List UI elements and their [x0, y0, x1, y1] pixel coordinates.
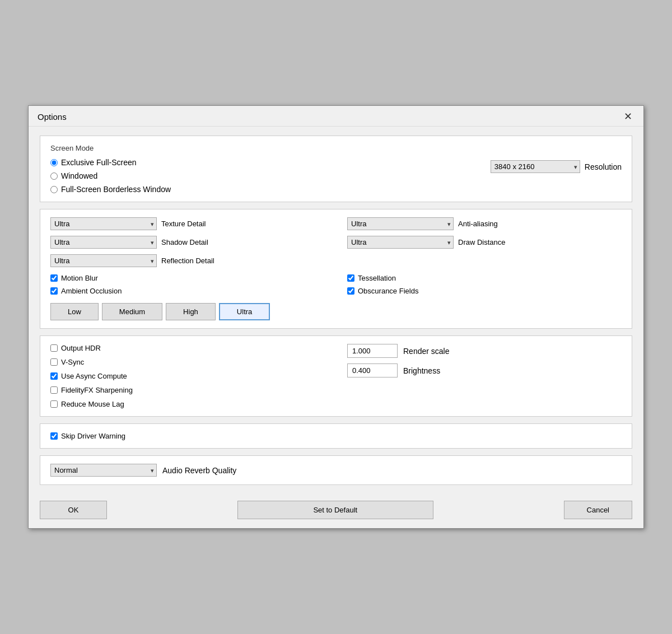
- shadow-detail-select[interactable]: UltraHighMediumLow: [50, 236, 157, 249]
- use-async-checkbox[interactable]: [50, 372, 58, 380]
- preset-buttons: Low Medium High Ultra: [50, 303, 622, 320]
- audio-label: Audio Reverb Quality: [162, 466, 236, 475]
- skip-driver-row[interactable]: Skip Driver Warning: [50, 432, 622, 440]
- advanced-right: 1.000 Render scale 0.400 Brightness: [347, 344, 622, 408]
- preset-medium-button[interactable]: Medium: [102, 303, 162, 320]
- tessellation-checkbox[interactable]: [347, 274, 354, 282]
- radio-exclusive[interactable]: Exclusive Full-Screen: [50, 158, 171, 167]
- motion-blur-label: Motion Blur: [61, 274, 98, 282]
- radio-windowed-input[interactable]: [50, 173, 58, 180]
- obscurance-fields-checkbox-row[interactable]: Obscurance Fields: [347, 287, 622, 295]
- motion-blur-checkbox[interactable]: [50, 274, 58, 282]
- radio-windowed[interactable]: Windowed: [50, 171, 171, 180]
- output-hdr-row[interactable]: Output HDR: [50, 344, 325, 352]
- draw-distance-select-wrap: UltraHighMediumLow: [347, 236, 454, 249]
- advanced-left: Output HDR V-Sync Use Async Compute Fide…: [50, 344, 325, 408]
- dialog-body: Screen Mode Exclusive Full-Screen Window…: [29, 127, 643, 494]
- resolution-select[interactable]: 3840 x 2160 2560 x 1440 1920 x 1080 1280…: [491, 160, 580, 173]
- output-hdr-checkbox[interactable]: [50, 344, 58, 352]
- resolution-label: Resolution: [585, 162, 622, 171]
- anti-aliasing-select-wrap: UltraHighMediumLow: [347, 217, 454, 230]
- brightness-row: 0.400 Brightness: [347, 363, 622, 377]
- use-async-label: Use Async Compute: [61, 372, 127, 380]
- draw-distance-row: UltraHighMediumLow Draw Distance: [347, 236, 622, 249]
- skip-driver-checkbox[interactable]: [50, 432, 58, 440]
- close-button[interactable]: ✕: [622, 111, 634, 122]
- reflection-detail-select-wrap: UltraHighMediumLow: [50, 254, 157, 267]
- audio-section: Low Normal High Ultra Audio Reverb Quali…: [40, 455, 632, 485]
- draw-distance-select[interactable]: UltraHighMediumLow: [347, 236, 454, 249]
- anti-aliasing-select[interactable]: UltraHighMediumLow: [347, 217, 454, 230]
- anti-aliasing-row: UltraHighMediumLow Anti-aliasing: [347, 217, 622, 230]
- fidelityfx-label: FidelityFX Sharpening: [61, 386, 133, 394]
- radio-borderless[interactable]: Full-Screen Borderless Window: [50, 185, 171, 194]
- ambient-occlusion-label: Ambient Occlusion: [61, 287, 122, 295]
- options-dialog: Options ✕ Screen Mode Exclusive Full-Scr…: [28, 105, 644, 529]
- radio-exclusive-input[interactable]: [50, 159, 58, 166]
- reflection-detail-select[interactable]: UltraHighMediumLow: [50, 254, 157, 267]
- audio-select[interactable]: Low Normal High Ultra: [50, 464, 157, 477]
- shadow-detail-label: Shadow Detail: [161, 238, 208, 246]
- ambient-occlusion-checkbox[interactable]: [50, 287, 58, 295]
- tessellation-checkbox-row[interactable]: Tessellation: [347, 274, 622, 282]
- audio-select-wrap: Low Normal High Ultra: [50, 464, 157, 477]
- reflection-detail-row: UltraHighMediumLow Reflection Detail: [50, 254, 325, 267]
- skip-driver-label: Skip Driver Warning: [61, 432, 125, 440]
- ok-button[interactable]: OK: [40, 501, 107, 519]
- brightness-input[interactable]: 0.400: [347, 363, 398, 377]
- reduce-mouse-label: Reduce Mouse Lag: [61, 400, 124, 408]
- radio-windowed-label: Windowed: [61, 171, 97, 180]
- vsync-checkbox[interactable]: [50, 358, 58, 366]
- use-async-row[interactable]: Use Async Compute: [50, 372, 325, 380]
- motion-blur-checkbox-row[interactable]: Motion Blur: [50, 274, 325, 282]
- preset-high-button[interactable]: High: [166, 303, 216, 320]
- screen-mode-section: Screen Mode Exclusive Full-Screen Window…: [40, 136, 632, 202]
- ambient-occlusion-checkbox-row[interactable]: Ambient Occlusion: [50, 287, 325, 295]
- radio-borderless-label: Full-Screen Borderless Window: [61, 185, 171, 194]
- screen-mode-radios: Exclusive Full-Screen Windowed Full-Scre…: [50, 158, 171, 194]
- fidelityfx-row[interactable]: FidelityFX Sharpening: [50, 386, 325, 394]
- render-scale-row: 1.000 Render scale: [347, 344, 622, 358]
- vsync-row[interactable]: V-Sync: [50, 358, 325, 366]
- dialog-title: Options: [38, 112, 67, 122]
- texture-detail-select[interactable]: UltraHighMediumLow: [50, 217, 157, 230]
- set-to-default-button[interactable]: Set to Default: [237, 501, 433, 519]
- radio-borderless-input[interactable]: [50, 186, 58, 193]
- skip-driver-section: Skip Driver Warning: [40, 423, 632, 449]
- texture-detail-label: Texture Detail: [161, 220, 206, 228]
- title-bar: Options ✕: [29, 106, 643, 127]
- resolution-block: 3840 x 2160 2560 x 1440 1920 x 1080 1280…: [491, 160, 622, 173]
- screen-mode-label: Screen Mode: [50, 144, 622, 152]
- footer-buttons: OK Set to Default Cancel: [29, 494, 643, 528]
- draw-distance-label: Draw Distance: [458, 238, 506, 246]
- texture-detail-select-wrap: UltraHighMediumLow: [50, 217, 157, 230]
- radio-exclusive-label: Exclusive Full-Screen: [61, 158, 137, 167]
- reduce-mouse-row[interactable]: Reduce Mouse Lag: [50, 400, 325, 408]
- graphics-checkboxes: Motion Blur Tessellation Ambient Occlusi…: [50, 274, 622, 295]
- shadow-detail-select-wrap: UltraHighMediumLow: [50, 236, 157, 249]
- preset-low-button[interactable]: Low: [50, 303, 99, 320]
- obscurance-fields-checkbox[interactable]: [347, 287, 354, 295]
- graphics-section: UltraHighMediumLow Texture Detail UltraH…: [40, 209, 632, 329]
- resolution-select-wrap: 3840 x 2160 2560 x 1440 1920 x 1080 1280…: [491, 160, 580, 173]
- vsync-label: V-Sync: [61, 358, 84, 366]
- render-scale-label: Render scale: [403, 347, 450, 356]
- reduce-mouse-checkbox[interactable]: [50, 400, 58, 408]
- reflection-detail-label: Reflection Detail: [161, 257, 214, 265]
- cancel-button[interactable]: Cancel: [564, 501, 632, 519]
- obscurance-fields-label: Obscurance Fields: [358, 287, 418, 295]
- screen-mode-top: Exclusive Full-Screen Windowed Full-Scre…: [50, 158, 622, 194]
- shadow-detail-row: UltraHighMediumLow Shadow Detail: [50, 236, 325, 249]
- fidelityfx-checkbox[interactable]: [50, 386, 58, 394]
- texture-detail-row: UltraHighMediumLow Texture Detail: [50, 217, 325, 230]
- advanced-section: Output HDR V-Sync Use Async Compute Fide…: [40, 335, 632, 417]
- tessellation-label: Tessellation: [358, 274, 396, 282]
- anti-aliasing-label: Anti-aliasing: [458, 220, 498, 228]
- render-scale-input[interactable]: 1.000: [347, 344, 398, 358]
- preset-ultra-button[interactable]: Ultra: [219, 303, 270, 320]
- brightness-label: Brightness: [403, 366, 440, 375]
- output-hdr-label: Output HDR: [61, 344, 101, 352]
